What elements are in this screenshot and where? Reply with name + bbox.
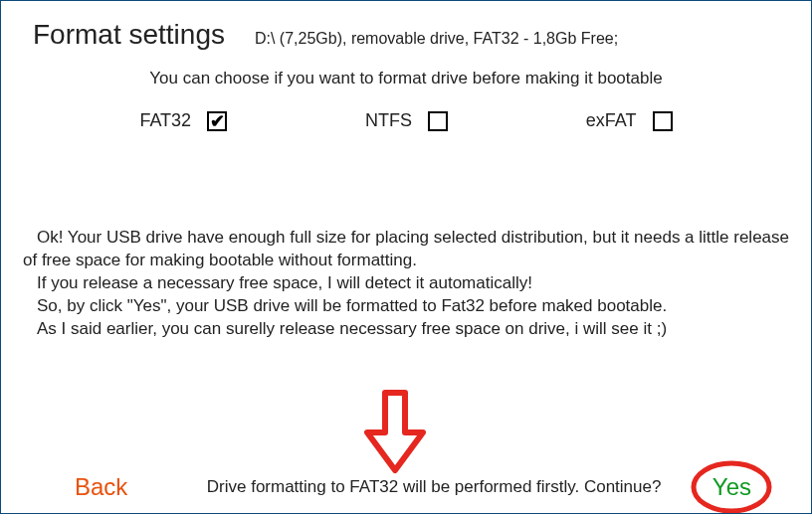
message-line-4: As I said earlier, you can surelly relea… (23, 318, 789, 341)
option-label-exfat: exFAT (586, 110, 637, 131)
message-line-2: If you release a necessary free space, I… (23, 272, 789, 295)
format-subtitle: You can choose if you want to format dri… (1, 69, 811, 88)
option-label-fat32: FAT32 (139, 110, 191, 131)
yes-button[interactable]: Yes (712, 473, 751, 501)
drive-info: D:\ (7,25Gb), removable drive, FAT32 - 1… (255, 30, 618, 48)
checkmark-icon: ✔ (210, 112, 225, 130)
arrow-down-annotation-icon (357, 389, 433, 478)
option-label-ntfs: NTFS (365, 110, 412, 131)
back-button[interactable]: Back (75, 473, 127, 501)
format-options-row: FAT32 ✔ NTFS exFAT (1, 110, 811, 131)
checkbox-exfat[interactable] (653, 111, 673, 131)
message-line-1: Ok! Your USB drive have enough full size… (23, 227, 789, 272)
checkbox-fat32[interactable]: ✔ (207, 111, 227, 131)
message-line-3: So, by click "Yes", your USB drive will … (23, 295, 789, 318)
continue-prompt: Drive formatting to FAT32 will be perfor… (155, 477, 711, 497)
page-title: Format settings (33, 19, 225, 51)
checkbox-ntfs[interactable] (428, 111, 448, 131)
message-block: Ok! Your USB drive have enough full size… (1, 227, 811, 341)
